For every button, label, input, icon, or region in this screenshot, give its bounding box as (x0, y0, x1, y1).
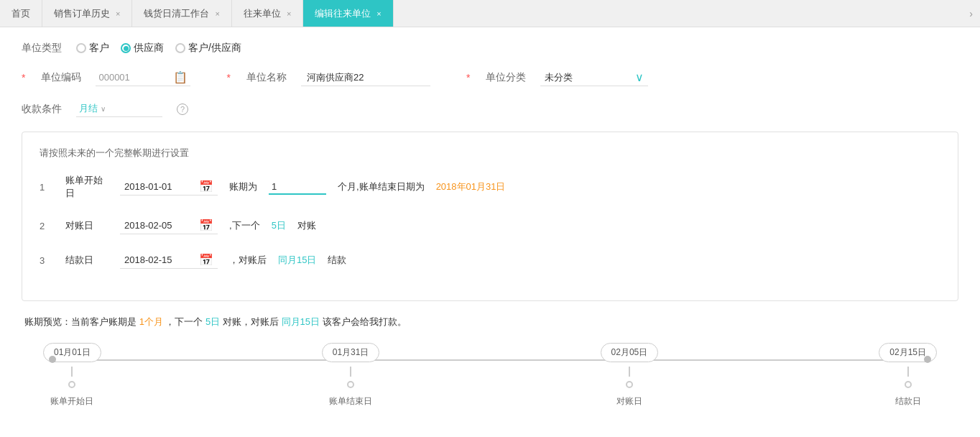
unit-category-select[interactable]: 未分类 ∨ (540, 69, 648, 86)
start-date-calendar-icon[interactable]: 📅 (199, 180, 213, 193)
radio-supplier-label: 供应商 (134, 42, 164, 55)
period-suffix: 个月,账单结束日期为 (338, 180, 425, 193)
preview-prefix: 账期预览：当前客户账期是 (24, 316, 137, 327)
timeline-items: 01月01日 账单开始日 01月31日 账单结束日 02月05日 (36, 343, 944, 408)
radio-circle-customer (76, 43, 86, 53)
unit-type-label: 单位类型 (22, 42, 62, 55)
tab-sales-order[interactable]: 销售订单历史 × (42, 0, 132, 27)
timeline-stem-4 (907, 367, 909, 377)
tab-edit-partner-label: 编辑往来单位 (315, 7, 371, 20)
payment-condition-select[interactable]: 月结 ∨ (76, 101, 162, 117)
period-label: 账期为 (229, 180, 257, 193)
code-required: * (22, 72, 25, 83)
unit-category-value: 未分类 (545, 71, 573, 84)
row-type-3: 结款日 (65, 254, 108, 267)
radio-both[interactable]: 客户/供应商 (175, 42, 241, 55)
timeline-stem-3 (629, 367, 630, 377)
section-title: 请按照未来的一个完整帐期进行设置 (40, 147, 940, 160)
timeline-wrapper: 01月01日 账单开始日 01月31日 账单结束日 02月05日 (22, 343, 958, 408)
reconcile-prefix: ,下一个 (229, 219, 260, 232)
timeline-badge-2: 01月31日 (322, 343, 380, 362)
payment-date-calendar-icon[interactable]: 📅 (199, 253, 213, 267)
reconcile-date-input[interactable] (124, 220, 196, 231)
row-num-2: 2 (40, 221, 54, 231)
preview-part1: 1个月 (139, 316, 163, 327)
row-type-2: 对账日 (65, 219, 108, 232)
timeline-right-dot (924, 356, 931, 363)
unit-code-input[interactable] (98, 72, 170, 83)
period-months-input[interactable] (269, 180, 326, 195)
timeline-stem-2 (350, 367, 351, 377)
unit-details-row: * 单位编码 📋 * 单位名称 * 单位分类 未分类 ∨ (22, 69, 958, 86)
tab-edit-partner[interactable]: 编辑往来单位 × (303, 0, 393, 27)
period-end-date: 2018年01月31日 (436, 180, 506, 193)
unit-code-calendar-icon[interactable]: 📋 (173, 70, 188, 84)
unit-name-input[interactable] (301, 69, 430, 86)
category-chevron-icon: ∨ (635, 70, 644, 84)
radio-circle-both (175, 43, 185, 53)
preview-suffix: 该客户会给我打款。 (323, 316, 407, 327)
tab-scroll-arrow[interactable]: › (962, 0, 980, 27)
tab-bar: 首页 销售订单历史 × 钱货日清工作台 × 往来单位 × 编辑往来单位 × › (0, 0, 980, 27)
timeline-dot-2 (347, 381, 354, 388)
payment-date-field: 📅 (120, 252, 218, 269)
unit-type-row: 单位类型 客户 供应商 客户/供应商 (22, 42, 958, 55)
timeline-point-2: 01月31日 账单结束日 (322, 343, 380, 408)
timeline-dot-1 (68, 381, 75, 388)
payment-highlight: 同月15日 (278, 254, 316, 267)
timeline-right-cap (924, 356, 931, 363)
radio-supplier[interactable]: 供应商 (121, 42, 164, 55)
radio-group: 客户 供应商 客户/供应商 (76, 42, 241, 55)
tab-cash-work[interactable]: 钱货日清工作台 × (132, 0, 231, 27)
tab-cash-work-label: 钱货日清工作台 (144, 7, 209, 20)
timeline-dot-4 (905, 381, 912, 388)
tab-partner-close[interactable]: × (287, 9, 291, 18)
tab-sales-order-close[interactable]: × (116, 9, 120, 18)
timeline-point-1: 01月01日 账单开始日 (43, 343, 101, 408)
radio-circle-supplier (121, 43, 131, 53)
tab-home[interactable]: 首页 (0, 0, 42, 27)
reconcile-date-calendar-icon[interactable]: 📅 (199, 218, 213, 232)
preview-part2-pre: ，下一个 (165, 316, 203, 327)
tab-partner-label: 往来单位 (244, 7, 281, 20)
tab-edit-partner-close[interactable]: × (376, 9, 381, 18)
unit-name-label: 单位名称 (246, 71, 287, 84)
data-row-1: 1 账单开始日 📅 账期为 个月,账单结束日期为 2018年01月31日 (40, 174, 940, 200)
start-date-field: 📅 (120, 178, 218, 196)
timeline-badge-3: 02月05日 (601, 343, 659, 362)
help-icon[interactable]: ? (177, 104, 188, 115)
timeline-stem-1 (71, 367, 73, 377)
timeline-caption-4: 结款日 (895, 395, 921, 408)
reconcile-highlight: 5日 (272, 219, 286, 232)
radio-customer-label: 客户 (89, 42, 109, 55)
row-num-1: 1 (40, 182, 54, 193)
timeline-left-cap (49, 356, 56, 363)
timeline-caption-2: 账单结束日 (329, 395, 372, 408)
tab-home-label: 首页 (11, 7, 30, 20)
timeline-points: 01月01日 账单开始日 01月31日 账单结束日 02月05日 (36, 343, 944, 408)
radio-both-label: 客户/供应商 (188, 42, 241, 55)
radio-customer[interactable]: 客户 (76, 42, 109, 55)
tab-cash-work-close[interactable]: × (215, 9, 219, 18)
timeline-point-4: 02月15日 结款日 (879, 343, 937, 408)
payment-condition-row: 收款条件 月结 ∨ ? (22, 101, 958, 117)
category-required: * (466, 72, 470, 83)
timeline-caption-1: 账单开始日 (50, 395, 93, 408)
payment-condition-value: 月结 (79, 102, 98, 115)
preview-row: 账期预览：当前客户账期是 1个月 ，下一个 5日 对账，对账后 同月15日 该客… (22, 316, 958, 328)
reconcile-date-field: 📅 (120, 217, 218, 234)
data-row-3: 3 结款日 📅 ，对账后 同月15日 结款 (40, 252, 940, 269)
tab-partner[interactable]: 往来单位 × (232, 0, 303, 27)
reconcile-suffix: 对账 (297, 219, 316, 232)
payment-suffix: 结款 (328, 254, 346, 267)
data-row-2: 2 对账日 📅 ,下一个 5日 对账 (40, 217, 940, 234)
timeline-dot-3 (626, 381, 633, 388)
payment-date-input[interactable] (124, 254, 196, 265)
payment-chevron-icon: ∨ (101, 105, 106, 113)
preview-part3: 同月15日 (282, 316, 320, 327)
timeline-point-3: 02月05日 对账日 (601, 343, 659, 408)
settings-section: 请按照未来的一个完整帐期进行设置 1 账单开始日 📅 账期为 个月,账单结束日期… (22, 132, 958, 301)
preview-part2: 5日 (205, 316, 220, 327)
start-date-input[interactable] (124, 181, 196, 192)
unit-code-field: 📋 (96, 69, 190, 86)
